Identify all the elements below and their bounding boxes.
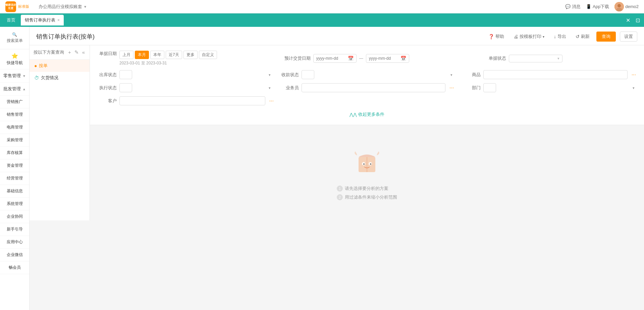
sidebar-item-enterprise-wechat[interactable]: 企业微信 <box>0 249 29 261</box>
left-panel-items: ● 按单 ⏱ 欠货情况 <box>30 60 90 220</box>
refresh-btn[interactable]: ↺ 刷新 <box>573 32 592 41</box>
sidebar-item-ecommerce[interactable]: 电商管理 <box>0 121 29 134</box>
filter-row-3: 执行状态 业务员 ··· <box>97 83 637 92</box>
sidebar-item-quick-nav[interactable]: ⭐ 快捷导航 <box>0 49 29 69</box>
sidebar-item-newbie[interactable]: 新手引导 <box>0 223 29 236</box>
expected-date-to-input[interactable] <box>369 56 399 61</box>
retail-expand-icon: ▼ <box>22 74 26 78</box>
logo-area: 畅捷送好生意 标准版 <box>5 1 29 12</box>
expected-date-from[interactable]: 📅 <box>313 54 357 63</box>
tab-maximize-btn[interactable]: ⊡ <box>634 16 641 25</box>
customer-input[interactable] <box>119 96 265 105</box>
collapse-panel-btn[interactable]: « <box>82 49 86 56</box>
tab-bar-right: ✕ ⊡ <box>625 16 641 25</box>
sidebar-item-purchase[interactable]: 采购管理 <box>0 134 29 147</box>
content-area: 销售订单执行表(按单) ❓ 帮助 🖨 按模板打印 ▾ ↓ 导出 ↺ 刷新 <box>30 27 644 310</box>
sidebar: 🔍 搜索菜单 ⭐ 快捷导航 零售管理 ▼ 批发管理 ▲ 营销推广 销售管理 电商… <box>0 27 30 310</box>
nav-arrow-icon[interactable]: ▾ <box>84 4 86 9</box>
payment-status-select[interactable] <box>302 70 314 79</box>
page-body: 按以下方案查询 + ✎ « ● 按单 ⏱ 欠货情况 <box>30 45 644 220</box>
department-select[interactable] <box>483 83 496 92</box>
date-this-year-btn[interactable]: 本年 <box>150 51 164 59</box>
sidebar-item-inventory[interactable]: 库存核算 <box>0 147 29 159</box>
template-print-btn[interactable]: 🖨 按模板打印 ▾ <box>511 32 547 41</box>
payment-status-label: 收款状态 <box>279 72 299 78</box>
app-download-action[interactable]: 📱 App下载 <box>586 4 609 10</box>
sidebar-item-enterprise[interactable]: 企业协同 <box>0 210 29 223</box>
collapse-filter-btn[interactable]: ⋀⋀ 收起更多条件 <box>97 109 637 119</box>
product-picker-btn[interactable]: ··· <box>630 72 637 78</box>
refresh-icon: ↺ <box>576 34 580 39</box>
nav-center: 办公用品行业模拟账套 ▾ <box>32 4 86 10</box>
customer-picker-btn[interactable]: ··· <box>268 98 275 104</box>
message-action[interactable]: 💬 消息 <box>565 4 581 10</box>
help-icon: ❓ <box>488 34 494 39</box>
date-this-month-btn[interactable]: 本月 <box>135 51 149 59</box>
page-header: 销售订单执行表(按单) ❓ 帮助 🖨 按模板打印 ▾ ↓ 导出 ↺ 刷新 <box>30 27 644 45</box>
message-icon: 💬 <box>565 4 571 9</box>
tab-bar: 首页 销售订单执行表 × ✕ ⊡ <box>0 13 644 27</box>
hint-2: 2 用过滤条件来缩小分析范围 <box>337 194 397 200</box>
tab-home[interactable]: 首页 <box>3 15 19 25</box>
sidebar-item-app-center[interactable]: 应用中心 <box>0 236 29 249</box>
sidebar-item-marketing[interactable]: 营销推广 <box>0 96 29 108</box>
top-header: 畅捷送好生意 标准版 办公用品行业模拟账套 ▾ 💬 消息 📱 App下载 <box>0 0 644 13</box>
sidebar-item-basic[interactable]: 基础信息 <box>0 185 29 198</box>
export-btn[interactable]: ↓ 导出 <box>551 32 569 41</box>
product-input[interactable] <box>483 70 627 79</box>
execution-select[interactable] <box>119 83 132 92</box>
app-download-icon: 📱 <box>586 4 591 9</box>
date-custom-btn[interactable]: 自定义 <box>199 51 217 59</box>
tab-active[interactable]: 销售订单执行表 × <box>21 15 64 25</box>
solution-item-order[interactable]: ● 按单 <box>30 60 90 72</box>
logo-text: 标准版 <box>18 4 29 9</box>
help-btn[interactable]: ❓ 帮助 <box>486 32 507 41</box>
svg-point-1 <box>618 4 621 7</box>
product-label: 商品 <box>461 72 481 78</box>
status-label: 单据状态 <box>486 55 506 61</box>
tab-close-icon[interactable]: × <box>57 18 60 22</box>
sidebar-item-system[interactable]: 系统管理 <box>0 198 29 210</box>
solution-item-shortage[interactable]: ⏱ 欠货情况 <box>30 72 90 84</box>
add-solution-btn[interactable]: + <box>67 49 72 56</box>
sidebar-item-sales[interactable]: 销售管理 <box>0 108 29 121</box>
wholesale-expand-icon: ▲ <box>22 87 26 91</box>
expected-date-from-input[interactable] <box>316 56 346 61</box>
search-menu-btn[interactable]: 🔍 搜索菜单 <box>3 30 26 46</box>
department-label: 部门 <box>461 85 481 91</box>
execution-field: 执行状态 <box>97 83 273 92</box>
page-header-actions: ❓ 帮助 🖨 按模板打印 ▾ ↓ 导出 ↺ 刷新 查询 设置 <box>486 32 637 42</box>
date-last-month-btn[interactable]: 上月 <box>119 51 133 59</box>
sidebar-item-wholesale[interactable]: 批发管理 ▲ <box>0 83 29 96</box>
date-last-7days-btn[interactable]: 近7天 <box>166 51 182 59</box>
sidebar-item-operation[interactable]: 经营管理 <box>0 172 29 185</box>
print-icon: 🖨 <box>514 34 518 39</box>
edit-solution-btn[interactable]: ✎ <box>74 49 79 56</box>
expected-date-field: 预计交货日期 📅 — 📅 <box>284 54 481 63</box>
logo-icon: 畅捷送好生意 <box>5 1 16 12</box>
sidebar-search-section: 🔍 搜索菜单 <box>0 27 29 49</box>
salesman-picker-btn[interactable]: ··· <box>448 85 455 91</box>
sidebar-item-retail[interactable]: 零售管理 ▼ <box>0 69 29 83</box>
date-more-btn[interactable]: 更多 <box>183 51 198 59</box>
filter-panel: 单据日期 上月 本月 本年 近7天 更多 自定义 20 <box>90 45 644 125</box>
date-range-display: 2023-03-01 至 2023-03-31 <box>119 60 217 66</box>
quick-nav-icon: ⭐ <box>11 53 18 59</box>
salesman-input[interactable] <box>302 83 445 92</box>
hint-num-1: 1 <box>337 186 343 192</box>
query-btn[interactable]: 查询 <box>596 32 616 42</box>
left-panel-header-actions: + ✎ « <box>67 49 86 56</box>
content-right: 单据日期 上月 本月 本年 近7天 更多 自定义 20 <box>90 45 644 220</box>
sidebar-item-member[interactable]: 畅会员 <box>0 261 29 274</box>
expected-date-to[interactable]: 📅 <box>366 54 409 63</box>
salesman-label: 业务员 <box>279 85 299 91</box>
tab-close-window-btn[interactable]: ✕ <box>625 16 632 25</box>
user-action[interactable]: demo2 <box>614 2 639 11</box>
left-panel-header: 按以下方案查询 + ✎ « <box>30 45 90 60</box>
page-title: 销售订单执行表(按单) <box>36 33 95 41</box>
payment-status-field: 收款状态 <box>279 70 455 79</box>
settings-btn[interactable]: 设置 <box>620 32 637 42</box>
status-select[interactable]: ▾ <box>509 55 562 62</box>
delivery-status-select[interactable] <box>119 70 132 79</box>
sidebar-item-finance[interactable]: 资金管理 <box>0 159 29 172</box>
